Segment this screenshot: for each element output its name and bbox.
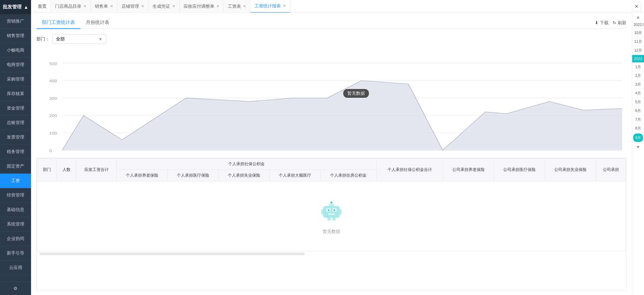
refresh-icon: ↻ xyxy=(613,20,616,25)
tab-close-payroll-report[interactable]: ✕ xyxy=(283,4,286,8)
tab-shop-mgmt[interactable]: 店铺管理 ✕ xyxy=(117,0,149,13)
date-item-7[interactable]: 7月 xyxy=(632,115,644,124)
sidebar: 批发管理 ▲ 营销推广 销售管理 小畅电商 电商管理 采购管理 库存核算 资金管… xyxy=(0,0,31,295)
refresh-button[interactable]: ↻ 刷新 xyxy=(613,20,626,26)
tab-bar: 首页 门店商品目录 ✕ 销售单 ✕ 店铺管理 ✕ 生成凭证 ✕ 应收应付调整单 … xyxy=(31,0,644,13)
date-item-2022[interactable]: 2022 xyxy=(632,55,644,63)
sidebar-item-gz[interactable]: 工资 xyxy=(0,174,31,188)
date-item-11[interactable]: 11月 xyxy=(632,37,644,46)
sidebar-item-qyxt[interactable]: 企业协同 xyxy=(0,232,31,246)
svg-rect-13 xyxy=(323,206,340,218)
table-scrollbar[interactable] xyxy=(39,253,305,255)
tab-close-gen-voucher[interactable]: ✕ xyxy=(172,4,175,8)
svg-rect-23 xyxy=(329,204,334,206)
date-item-2022-09[interactable]: 2022.09 xyxy=(632,21,644,29)
col-total-salary: 应发工资合计 xyxy=(76,158,117,181)
tab-close-payroll[interactable]: ✕ xyxy=(243,4,246,8)
empty-robot-icon xyxy=(318,198,345,225)
chart-area: 0 100 200 300 400 500 xyxy=(36,49,626,154)
tab-close-sales[interactable]: ✕ xyxy=(110,4,113,8)
date-item-5[interactable]: 5月 xyxy=(632,98,644,107)
filter-row: 部门： 全部 ▼ xyxy=(36,34,626,44)
tab-store-catalog[interactable]: 门店商品目录 ✕ xyxy=(51,0,91,13)
date-item-3[interactable]: 3月 xyxy=(632,80,644,89)
date-item-1[interactable]: 1月 xyxy=(632,63,644,71)
table-empty-row: 暂无数据 xyxy=(37,181,626,251)
svg-rect-17 xyxy=(333,209,335,211)
right-date-panel: ▲ 2022.09 10月 11月 12月 2022 1月 2月 xyxy=(632,13,644,295)
svg-text:500: 500 xyxy=(49,61,57,66)
date-item-10[interactable]: 10月 xyxy=(632,29,644,37)
date-item-9-active[interactable]: 9月 xyxy=(633,134,643,142)
page-content: 部门工资统计表 月份统计表 ⬇ 下载 ↻ 刷新 xyxy=(31,13,632,295)
sidebar-title: 批发管理 xyxy=(3,4,22,10)
col-personal-pension: 个人承担养老保险 xyxy=(117,170,168,181)
col-personal-total: 个人承担社保公积金合计 xyxy=(376,158,443,181)
col-personal-insurance-group: 个人承担社保公积金 xyxy=(117,158,377,170)
col-personal-unemploy: 个人承担失业保险 xyxy=(218,170,269,181)
sub-tab-month[interactable]: 月份统计表 xyxy=(80,17,115,29)
svg-text:100: 100 xyxy=(49,131,57,135)
tab-payroll-report[interactable]: 工资统计报表 ✕ xyxy=(250,0,290,13)
tab-close-store-catalog[interactable]: ✕ xyxy=(83,4,86,8)
data-table: 部门 人数 应发工资合计 个人承担社保公积金 xyxy=(37,158,626,251)
sidebar-item-fpgl[interactable]: 发票管理 xyxy=(0,130,31,145)
col-dept: 部门 xyxy=(37,158,57,181)
sidebar-item-gdzy[interactable]: 固定资产 xyxy=(0,159,31,174)
sidebar-item-kchs[interactable]: 库存核算 xyxy=(0,87,31,101)
date-item-2[interactable]: 2月 xyxy=(632,71,644,80)
col-personal-major-medical: 个人承担大额医疗 xyxy=(269,170,320,181)
tab-close-shop-mgmt[interactable]: ✕ xyxy=(141,4,144,8)
svg-rect-22 xyxy=(332,218,336,220)
sidebar-item-swgl[interactable]: 税务管理 xyxy=(0,145,31,159)
svg-text:400: 400 xyxy=(49,79,57,83)
chart-tooltip: 暂无数据 xyxy=(343,89,369,98)
date-nav-down[interactable]: ▼ xyxy=(632,143,644,151)
sidebar-header[interactable]: 批发管理 ▲ xyxy=(0,0,31,14)
sidebar-item-xsgl[interactable]: 销售管理 xyxy=(0,29,31,43)
sidebar-item-zzgl[interactable]: 总账管理 xyxy=(0,116,31,130)
filter-dept-value: 全部 xyxy=(56,36,65,42)
svg-text:300: 300 xyxy=(49,96,57,100)
main-area: 首页 门店商品目录 ✕ 销售单 ✕ 店铺管理 ✕ 生成凭证 ✕ 应收应付调整单 … xyxy=(31,0,644,295)
tab-bar-controls: ✕ xyxy=(632,2,641,11)
sidebar-item-jygl[interactable]: 经营管理 xyxy=(0,188,31,203)
sidebar-item-jcxx[interactable]: 基础信息 xyxy=(0,203,31,217)
sidebar-item-xtgl[interactable]: 系统管理 xyxy=(0,217,31,232)
date-nav-up[interactable]: ▲ xyxy=(632,13,644,21)
tab-payroll[interactable]: 工资表 ✕ xyxy=(224,0,250,13)
filter-dept-select[interactable]: 全部 ▼ xyxy=(52,34,106,44)
date-item-12[interactable]: 12月 xyxy=(632,46,644,55)
tab-sales[interactable]: 销售单 ✕ xyxy=(91,0,117,13)
col-company-unemploy: 公司承担失业保险 xyxy=(545,158,596,181)
sidebar-item-xcdsc[interactable]: 小畅电商 xyxy=(0,43,31,58)
content-area: 部门工资统计表 月份统计表 ⬇ 下载 ↻ 刷新 xyxy=(31,13,644,295)
col-company-medical: 公司承担医疗保险 xyxy=(494,158,545,181)
download-icon: ⬇ xyxy=(595,20,598,25)
date-item-4[interactable]: 4月 xyxy=(632,89,644,98)
date-item-8[interactable]: 8月 xyxy=(632,124,644,133)
tab-close-all-button[interactable]: ✕ xyxy=(632,2,641,11)
table-container: 部门 人数 应发工资合计 个人承担社保公积金 xyxy=(36,158,626,291)
tab-ar-ap[interactable]: 应收应付调整单 ✕ xyxy=(180,0,224,13)
sidebar-item-zjgl[interactable]: 资金管理 xyxy=(0,101,31,116)
tab-gen-voucher[interactable]: 生成凭证 ✕ xyxy=(149,0,180,13)
filter-dept-label: 部门： xyxy=(36,36,50,42)
sidebar-item-dscgl[interactable]: 电商管理 xyxy=(0,58,31,72)
col-company-pension: 公司承担养老保险 xyxy=(443,158,494,181)
date-item-6[interactable]: 6月 xyxy=(632,107,644,115)
sidebar-item-cjgl[interactable]: 采购管理 xyxy=(0,72,31,87)
sub-tab-dept[interactable]: 部门工资统计表 xyxy=(36,17,80,29)
sidebar-item-yyyp[interactable]: 云应用 xyxy=(0,261,31,275)
svg-point-24 xyxy=(330,202,332,204)
sidebar-collapse-icon: ▲ xyxy=(24,4,28,10)
svg-rect-19 xyxy=(321,209,323,214)
sidebar-item-xsyd[interactable]: 新手引导 xyxy=(0,246,31,261)
svg-rect-18 xyxy=(328,213,335,215)
svg-text:200: 200 xyxy=(49,114,57,118)
settings-button[interactable]: ⚙ xyxy=(0,282,31,295)
sidebar-item-yxtz[interactable]: 营销推广 xyxy=(0,14,31,29)
tab-close-ar-ap[interactable]: ✕ xyxy=(216,4,219,8)
tab-home[interactable]: 首页 xyxy=(34,0,51,13)
download-button[interactable]: ⬇ 下载 xyxy=(595,20,609,26)
